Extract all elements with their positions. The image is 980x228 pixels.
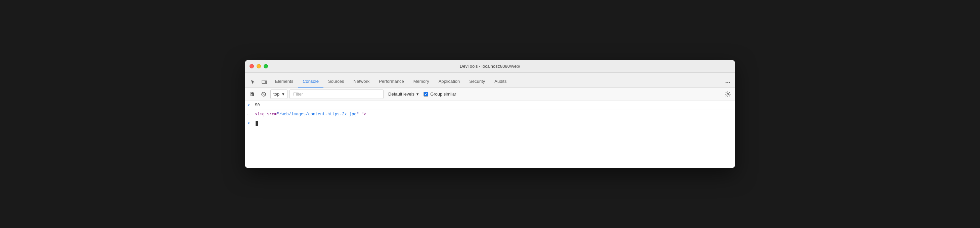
window-title: DevTools - localhost:8080/web/ [460,64,520,69]
console-toolbar: top ▾ Default levels ▾ Group similar [245,87,735,101]
levels-dropdown-icon: ▾ [417,92,419,97]
tab-application[interactable]: Application [434,76,465,87]
svg-marker-5 [250,92,254,93]
tab-console[interactable]: Console [298,76,323,87]
group-similar-label: Group similar [430,92,456,97]
console-output: > $0 ← <img src="/web/images/content-htt… [245,101,735,168]
block-icon-button[interactable] [259,90,268,99]
more-tabs-button[interactable] [723,78,732,87]
tag-text-close: > [364,112,366,117]
input-prompt-1: > [248,102,252,108]
context-value: top [274,92,279,97]
console-line-input: > $0 [245,101,735,110]
maximize-button[interactable] [264,64,268,68]
output-prompt-1: ← [248,111,252,117]
svg-rect-6 [251,93,254,96]
svg-point-2 [726,82,727,83]
tag-text-open: <img src= [255,112,277,117]
context-selector[interactable]: top ▾ [270,90,288,99]
console-input-line[interactable]: > [245,119,735,128]
console-code-1: $0 [255,102,259,108]
console-line-output: ← <img src="/web/images/content-https-2x… [245,110,735,119]
console-output-text: <img src="/web/images/content-https-2x.j… [255,111,366,117]
tab-network[interactable]: Network [349,76,374,87]
tab-sources[interactable]: Sources [323,76,349,87]
group-similar-checkbox[interactable] [423,92,428,97]
tab-performance[interactable]: Performance [374,76,408,87]
tab-audits[interactable]: Audits [490,76,511,87]
cursor-icon-button[interactable] [248,76,258,87]
tag-attr-space: " [359,112,364,117]
quote-open: " [277,112,279,117]
svg-rect-1 [265,81,267,84]
tab-security[interactable]: Security [465,76,490,87]
tab-elements[interactable]: Elements [270,76,298,87]
tabs-list: Elements Console Sources Network Perform… [270,73,511,87]
svg-point-3 [727,82,729,83]
close-button[interactable] [250,64,254,68]
cursor-blink [256,121,258,126]
settings-button[interactable] [723,90,732,99]
filter-input[interactable] [290,90,383,99]
title-bar: DevTools - localhost:8080/web/ [245,60,735,73]
context-dropdown-icon: ▾ [282,92,285,97]
clear-console-button[interactable] [248,90,257,99]
svg-point-4 [729,82,730,83]
active-input-prompt: > [248,121,252,126]
devtools-window: DevTools - localhost:8080/web/ Elements … [245,60,735,168]
svg-point-11 [727,93,729,95]
device-toggle-button[interactable] [259,76,270,87]
img-src-link[interactable]: /web/images/content-https-2x.jpg [279,112,356,117]
svg-line-10 [262,93,265,95]
group-similar-container: Group similar [423,92,456,97]
svg-rect-0 [262,80,265,84]
levels-label: Default levels [388,92,414,97]
traffic-lights [250,64,268,68]
minimize-button[interactable] [256,64,261,68]
quote-close: " [356,112,359,117]
devtools-tabs-bar: Elements Console Sources Network Perform… [245,73,735,87]
tab-memory[interactable]: Memory [409,76,434,87]
levels-dropdown[interactable]: Default levels ▾ [385,90,422,99]
